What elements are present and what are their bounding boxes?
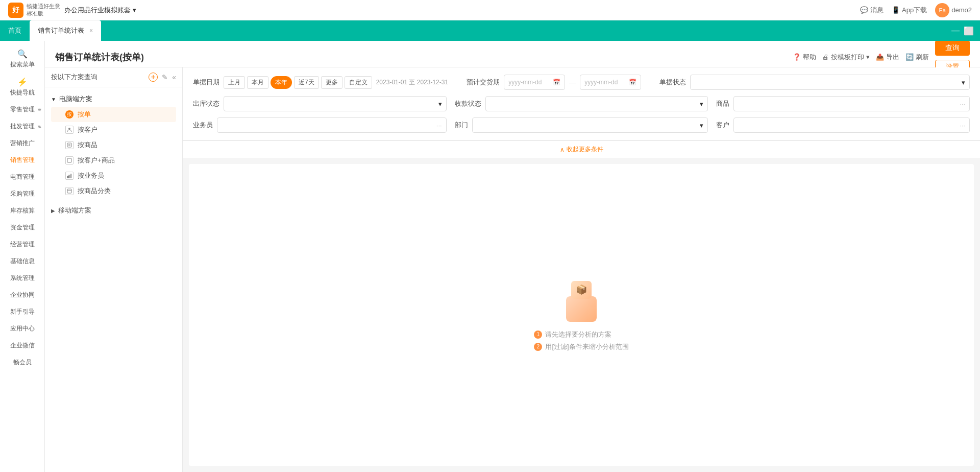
sidebar-item-system[interactable]: 系统管理 (0, 270, 44, 287)
sidebar-item-retail[interactable]: 零售管理 ▼ (0, 101, 44, 118)
svg-rect-4 (67, 158, 71, 162)
main-layout: 🔍 搜索菜单 ⚡ 快捷导航 零售管理 ▼ 批发管理 ▲ 营销推广 销售管理 电商… (0, 41, 980, 472)
sidebar-item-wholesale[interactable]: 批发管理 ▲ (0, 118, 44, 135)
logo-icon: 好 (8, 3, 23, 18)
filter-row-1: 单据日期 上月 本月 本年 近7天 更多 自定义 2023-01-01 至 20… (193, 75, 970, 90)
scheme-customer-icon (65, 126, 74, 134)
out-status-label: 出库状态 (193, 99, 219, 108)
sidebar-item-vip[interactable]: 畅会员 (0, 354, 44, 371)
date-separator: — (569, 79, 576, 86)
message-button[interactable]: 💬 消息 (860, 6, 884, 15)
expected-date-start[interactable]: yyyy-mm-dd 📅 (504, 75, 565, 90)
left-panel: 按以下方案查询 + ✎ « ▼ 电脑端方案 按 按单 (45, 67, 183, 472)
tab-close-icon[interactable]: × (89, 27, 93, 34)
chevron-down-pc-icon: ▼ (51, 97, 56, 102)
two-column-layout: 按以下方案查询 + ✎ « ▼ 电脑端方案 按 按单 (45, 67, 980, 472)
scheme-item-by-customer[interactable]: 按客户 (51, 122, 176, 137)
logo-text: 畅捷通好生意 标准版 (27, 3, 60, 16)
add-scheme-icon[interactable]: + (149, 73, 158, 82)
sidebar-item-basic[interactable]: 基础信息 (0, 253, 44, 270)
filter-single-date: 单据日期 上月 本月 本年 近7天 更多 自定义 2023-01-01 至 20… (193, 76, 448, 89)
tab-bar-actions: — ⬜ (951, 26, 980, 36)
tab-home[interactable]: 首页 (0, 20, 30, 41)
scheme-goods-icon (65, 141, 74, 149)
scheme-group-pc-label[interactable]: ▼ 电脑端方案 (51, 91, 176, 107)
export-button[interactable]: 📤 导出 (876, 53, 899, 62)
sidebar-item-quick-nav[interactable]: ⚡ 快捷导航 (0, 73, 44, 101)
scheme-item-by-goods-category[interactable]: 按商品分类 (51, 183, 176, 199)
app-download-button[interactable]: 📱 App下载 (892, 6, 927, 15)
payment-status-select[interactable]: ▾ (485, 96, 708, 111)
sidebar-item-newbie[interactable]: 新手引导 (0, 303, 44, 320)
department-label: 部门 (455, 121, 468, 130)
salesperson-more-icon: ··· (436, 122, 442, 129)
customer-input[interactable]: ··· (733, 117, 970, 133)
sidebar-item-inventory[interactable]: 库存核算 (0, 202, 44, 219)
expected-date-end[interactable]: yyyy-mm-dd 📅 (580, 75, 641, 90)
calendar-icon-start: 📅 (553, 79, 560, 86)
date-btn-custom[interactable]: 自定义 (345, 76, 372, 89)
collapse-scheme-icon[interactable]: « (172, 73, 176, 81)
empty-tips: 1 请先选择要分析的方案 2 用[过滤]条件来缩小分析范围 (534, 330, 628, 355)
empty-state: 📦 1 请先选择要分析的方案 2 用[过滤]条件来缩小分析范围 (189, 164, 974, 466)
filter-area: 单据日期 上月 本月 本年 近7天 更多 自定义 2023-01-01 至 20… (183, 67, 980, 140)
date-btn-more[interactable]: 更多 (321, 76, 342, 89)
department-select[interactable]: ▾ (472, 117, 708, 133)
template-print-button[interactable]: 🖨 按模板打印 ▾ (822, 53, 870, 62)
help-icon: ❓ (793, 53, 801, 61)
salesperson-input[interactable]: ··· (217, 117, 447, 133)
expected-date-label: 预计交货期 (467, 78, 500, 87)
tip-num-1: 1 (534, 331, 542, 339)
breadcrumb-dropdown[interactable]: 办公用品行业模拟账套 ▾ (64, 6, 136, 15)
scheme-goods-category-icon (65, 187, 74, 195)
calendar-icon-end: 📅 (629, 79, 636, 86)
single-status-select[interactable]: ▾ (690, 75, 970, 90)
help-button[interactable]: ❓ 帮助 (793, 53, 816, 62)
collapse-icon: ∧ (560, 146, 565, 153)
sidebar-item-marketing[interactable]: 营销推广 (0, 135, 44, 152)
sidebar-item-app-center[interactable]: 应用中心 (0, 320, 44, 337)
sidebar-item-wechat[interactable]: 企业微信 (0, 337, 44, 354)
sidebar-item-sales[interactable]: 销售管理 (0, 152, 44, 169)
scheme-item-by-order[interactable]: 按 按单 (51, 107, 176, 122)
goods-input[interactable]: ··· (733, 96, 970, 111)
logo-area: 好 畅捷通好生意 标准版 (8, 3, 60, 18)
scheme-item-by-customer-goods[interactable]: 按客户+商品 (51, 153, 176, 168)
sidebar-item-enterprise[interactable]: 企业协同 (0, 287, 44, 303)
sidebar-item-search[interactable]: 🔍 搜索菜单 (0, 45, 44, 73)
sidebar-item-purchase[interactable]: 采购管理 (0, 185, 44, 202)
department-dropdown-icon: ▾ (700, 122, 703, 129)
out-status-select[interactable]: ▾ (224, 96, 447, 111)
sidebar-nav: 🔍 搜索菜单 ⚡ 快捷导航 零售管理 ▼ 批发管理 ▲ 营销推广 销售管理 电商… (0, 41, 45, 472)
payment-status-dropdown-icon: ▾ (700, 100, 703, 108)
date-btn-last-7-days[interactable]: 近7天 (294, 76, 319, 89)
chevron-right-mobile-icon: ▶ (51, 208, 55, 214)
left-panel-header: 按以下方案查询 + ✎ « (45, 67, 182, 87)
collapse-bar[interactable]: ∧ 收起更多条件 (183, 140, 980, 158)
single-status-label: 单据状态 (659, 78, 686, 87)
refresh-icon: 🔄 (905, 53, 914, 61)
user-info[interactable]: Ea demo2 (935, 3, 972, 17)
quicknav-icon: ⚡ (17, 77, 28, 87)
sidebar-item-ecommerce[interactable]: 电商管理 (0, 169, 44, 185)
scheme-group-mobile[interactable]: ▶ 移动端方案 (45, 203, 182, 218)
top-bar-right: 💬 消息 📱 App下载 Ea demo2 (860, 3, 972, 17)
maximize-icon[interactable]: ⬜ (964, 26, 974, 36)
date-btn-this-month[interactable]: 本月 (247, 76, 268, 89)
avatar: Ea (935, 3, 949, 17)
sidebar-item-capital[interactable]: 资金管理 (0, 219, 44, 236)
download-icon: 📱 (892, 6, 900, 14)
refresh-button[interactable]: 🔄 刷新 (905, 53, 929, 62)
date-btn-last-month[interactable]: 上月 (224, 76, 245, 89)
minimize-icon[interactable]: — (951, 26, 960, 35)
scheme-item-by-salesperson[interactable]: 按业务员 (51, 168, 176, 183)
edit-scheme-icon[interactable]: ✎ (162, 73, 168, 81)
sidebar-item-operation[interactable]: 经营管理 (0, 236, 44, 253)
query-button[interactable]: 查询 (935, 41, 970, 56)
scheme-item-by-goods[interactable]: 按商品 (51, 137, 176, 153)
tab-sales-order[interactable]: 销售订单统计表 × (30, 20, 101, 41)
tip-num-2: 2 (534, 343, 542, 351)
scheme-active-icon: 按 (65, 110, 74, 119)
date-btn-this-year[interactable]: 本年 (271, 76, 292, 89)
illus-body (566, 296, 597, 322)
